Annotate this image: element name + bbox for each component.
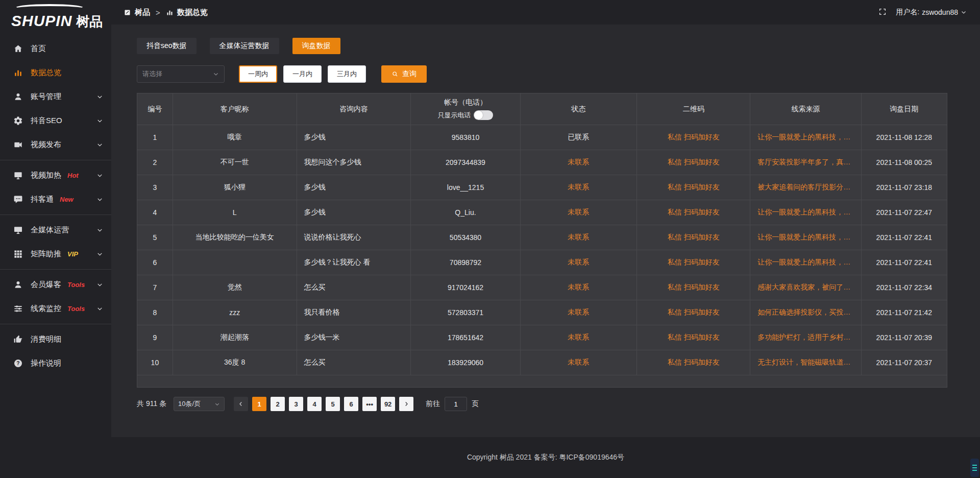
cell-qrcode[interactable]: 私信 扫码加好友: [637, 275, 750, 300]
sidebar-item-label: 抖音SEO: [31, 116, 62, 126]
table-row: 3狐小狸多少钱love__1215未联系私信 扫码加好友被大家追着问的客厅投影分…: [137, 175, 947, 200]
cell-date: 2021-11-07 22:34: [861, 275, 947, 300]
sidebar-item[interactable]: 线索监控Tools: [0, 297, 111, 321]
user-menu[interactable]: 用户名: zswodun88: [896, 8, 967, 17]
cell-source[interactable]: 感谢大家喜欢我家，被问了好...: [750, 275, 861, 300]
tab-2[interactable]: 询盘数据: [292, 38, 340, 54]
sidebar-item[interactable]: 账号管理: [0, 85, 111, 109]
table-row: 4L多少钱Q_Liu.未联系私信 扫码加好友让你一眼就爱上的黑科技，能...20…: [137, 200, 947, 225]
cell-source[interactable]: 多功能护栏灯，适用于乡村文...: [750, 325, 861, 350]
page-size-select[interactable]: 10条/页: [174, 397, 225, 411]
sidebar-item[interactable]: 视频发布: [0, 133, 111, 157]
chevron-down-icon: [96, 172, 103, 179]
cell-nickname: 不可一世: [173, 150, 297, 175]
cell-qrcode[interactable]: 私信 扫码加好友: [637, 175, 750, 200]
cell-date: 2021-11-07 22:41: [861, 225, 947, 250]
cell-status: 未联系: [520, 300, 637, 325]
menu-badge: Tools: [67, 305, 85, 313]
cell-qrcode[interactable]: 私信 扫码加好友: [637, 125, 750, 150]
cell-content: 多少钱？让我死心 看: [297, 250, 411, 275]
fullscreen-icon[interactable]: [878, 8, 887, 17]
cell-qrcode[interactable]: 私信 扫码加好友: [637, 250, 750, 275]
sidebar-item-label: 首页: [31, 44, 46, 54]
page-button-6[interactable]: 6: [344, 397, 358, 411]
query-button[interactable]: 查询: [381, 65, 427, 83]
home-icon: [13, 44, 23, 54]
sidebar-item[interactable]: 首页: [0, 37, 111, 61]
range-button-2[interactable]: 三月内: [328, 65, 366, 83]
cell-nickname: 36度 8: [173, 350, 297, 375]
sidebar: SHUPIN 树品 首页数据总览账号管理抖音SEO视频发布视频加热Hot抖客通N…: [0, 0, 111, 478]
sidebar-item[interactable]: 消费明细: [0, 327, 111, 351]
page-button-2[interactable]: 2: [271, 397, 285, 411]
cell-source[interactable]: 让你一眼就爱上的黑科技，能...: [750, 225, 861, 250]
page-button-92[interactable]: 92: [381, 397, 395, 411]
table-footer-strip: [137, 375, 947, 388]
cell-qrcode[interactable]: 私信 扫码加好友: [637, 150, 750, 175]
sidebar-item[interactable]: 视频加热Hot: [0, 163, 111, 187]
page-button-5[interactable]: 5: [326, 397, 340, 411]
phone-only-toggle[interactable]: [474, 110, 493, 120]
cell-source[interactable]: 让你一眼就爱上的黑科技，能...: [750, 125, 861, 150]
prev-page-button[interactable]: [234, 397, 248, 411]
chevron-left-icon: [238, 401, 244, 407]
cell-id: 1: [137, 125, 173, 150]
goto-page-input[interactable]: [445, 397, 467, 411]
cell-nickname: 哦章: [173, 125, 297, 150]
floating-widget[interactable]: [970, 459, 979, 477]
cell-qrcode[interactable]: 私信 扫码加好友: [637, 225, 750, 250]
cell-source[interactable]: 无主灯设计，智能磁吸轨道灯...: [750, 350, 861, 375]
sidebar-item-label: 视频加热: [31, 171, 61, 180]
cell-qrcode[interactable]: 私信 扫码加好友: [637, 300, 750, 325]
chevron-down-icon: [213, 71, 219, 77]
cell-qrcode[interactable]: 私信 扫码加好友: [637, 200, 750, 225]
page-button-4[interactable]: 4: [307, 397, 322, 411]
sidebar-item[interactable]: 抖客通New: [0, 187, 111, 211]
sidebar-item[interactable]: ?操作说明: [0, 351, 111, 375]
column-header: 询盘日期: [861, 93, 947, 125]
search-icon: [391, 70, 399, 78]
tab-1[interactable]: 全媒体运营数据: [210, 38, 279, 54]
cell-source[interactable]: 客厅安装投影半年多了，真实...: [750, 150, 861, 175]
cell-status: 未联系: [520, 325, 637, 350]
cell-status: 未联系: [520, 350, 637, 375]
cell-account: 183929060: [411, 350, 520, 375]
cell-qrcode[interactable]: 私信 扫码加好友: [637, 350, 750, 375]
cell-qrcode[interactable]: 私信 扫码加好友: [637, 325, 750, 350]
column-header: 编号: [137, 93, 173, 125]
cell-source[interactable]: 让你一眼就爱上的黑科技，能...: [750, 200, 861, 225]
account-select[interactable]: 请选择: [137, 65, 225, 83]
cell-date: 2021-11-07 20:37: [861, 350, 947, 375]
sidebar-item[interactable]: 矩阵助推VIP: [0, 242, 111, 266]
cell-account: 9583810: [411, 125, 520, 150]
page-button-3[interactable]: 3: [289, 397, 303, 411]
cell-id: 7: [137, 275, 173, 300]
range-button-0[interactable]: 一周内: [239, 65, 277, 83]
page-button-1[interactable]: 1: [252, 397, 266, 411]
sidebar-item-label: 线索监控: [31, 304, 61, 314]
sidebar-item[interactable]: 全媒体运营: [0, 218, 111, 242]
sidebar-item[interactable]: 会员爆客Tools: [0, 273, 111, 297]
sidebar-item-label: 抖客通: [31, 195, 54, 204]
column-header: 状态: [520, 93, 637, 125]
next-page-button[interactable]: [399, 397, 413, 411]
range-button-1[interactable]: 一月内: [283, 65, 322, 83]
cell-source[interactable]: 被大家追着问的客厅投影分享...: [750, 175, 861, 200]
breadcrumb-home[interactable]: 树品: [135, 8, 150, 17]
sidebar-item-label: 操作说明: [31, 358, 61, 368]
page-ellipsis[interactable]: •••: [362, 397, 377, 411]
cell-source[interactable]: 如何正确选择投影仪，买投影...: [750, 300, 861, 325]
cell-status: 未联系: [520, 275, 637, 300]
chevron-down-icon: [96, 227, 103, 233]
table-row: 1哦章多少钱9583810已联系私信 扫码加好友让你一眼就爱上的黑科技，能...…: [137, 125, 947, 150]
cell-source[interactable]: 让你一眼就爱上的黑科技，能...: [750, 250, 861, 275]
member-icon: [13, 280, 23, 290]
cell-id: 2: [137, 150, 173, 175]
sidebar-item-label: 视频发布: [31, 140, 61, 150]
sidebar-item[interactable]: 数据总览: [0, 61, 111, 85]
username-value: zswodun88: [922, 8, 958, 16]
menu-divider: [0, 160, 111, 160]
cell-status: 未联系: [520, 175, 637, 200]
tab-0[interactable]: 抖音seo数据: [137, 38, 197, 54]
sidebar-item[interactable]: 抖音SEO: [0, 109, 111, 133]
